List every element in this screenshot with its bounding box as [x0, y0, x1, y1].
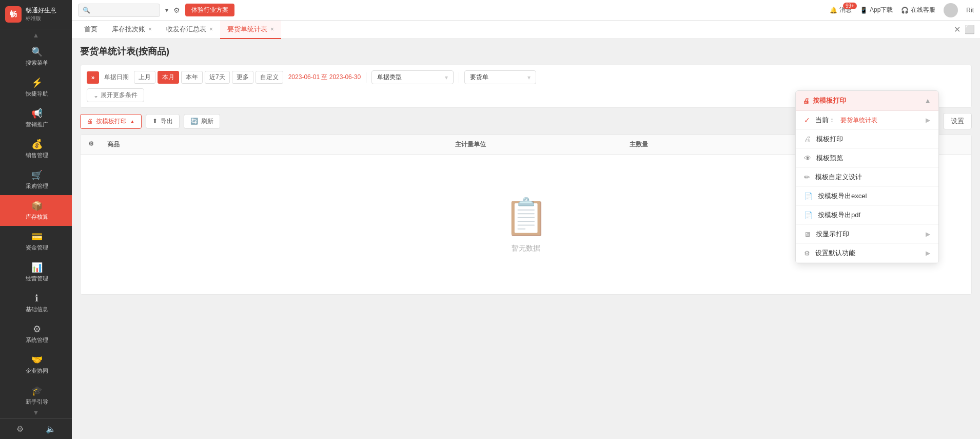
tab-order-stats[interactable]: 要货单统计表 ×: [220, 21, 281, 39]
goods-chevron: ▾: [527, 74, 531, 81]
template-print-item[interactable]: 🖨 模板打印: [796, 130, 938, 149]
quicknav-icon: ⚡: [31, 77, 43, 88]
maximize-window-icon[interactable]: ⬜: [965, 25, 975, 34]
sidebar-nav: 🔍 搜索菜单 ⚡ 快捷导航 📢 营销推广 💰 销售管理 🛒 采购管理 📦 库存核…: [0, 41, 72, 407]
col-settings[interactable]: ⚙: [81, 135, 101, 154]
sidebar-item-finance[interactable]: 💳 资金管理: [0, 226, 72, 257]
sidebar-item-purchase[interactable]: 🛒 采购管理: [0, 164, 72, 195]
messages-button[interactable]: 🔔 消息 99+: [830, 6, 852, 14]
finance-icon: 💳: [31, 231, 43, 242]
tab-close-order-stats[interactable]: ×: [270, 26, 274, 33]
col-unit: 主计量单位: [449, 135, 623, 154]
set-default-item[interactable]: ⚙ 设置默认功能 ▶: [796, 244, 938, 263]
export-button[interactable]: ⬆ 导出: [146, 114, 180, 129]
current-template-value: 要货单统计表: [840, 116, 877, 125]
template-custom-icon: ✏: [804, 173, 810, 181]
sidebar-item-system[interactable]: ⚙ 系统管理: [0, 318, 72, 349]
sidebar-item-enterprise[interactable]: 🤝 企业协同: [0, 349, 72, 380]
volume-icon[interactable]: 🔈: [46, 424, 56, 434]
sidebar-item-search[interactable]: 🔍 搜索菜单: [0, 41, 72, 72]
headset-icon: 🎧: [901, 7, 909, 14]
display-print-icon: 🖥: [804, 231, 811, 238]
sidebar-item-operations[interactable]: 📊 经营管理: [0, 257, 72, 288]
scroll-up-arrow[interactable]: ▲: [0, 29, 72, 41]
tab-close-receipt-summary[interactable]: ×: [209, 26, 213, 33]
sidebar-item-basic-info[interactable]: ℹ 基础信息: [0, 288, 72, 318]
app-download-button[interactable]: 📱 App下载: [860, 6, 893, 14]
set-default-icon: ⚙: [804, 250, 810, 257]
export-icon: ⬆: [152, 118, 158, 125]
tab-home[interactable]: 首页: [77, 21, 105, 39]
date-buttons: 上月 本月 本年 近7天 更多 自定义: [134, 71, 283, 84]
template-preview-icon: 👁: [804, 154, 811, 162]
template-excel-item[interactable]: 📄 按模板导出excel: [796, 187, 938, 206]
operations-icon: 📊: [31, 262, 43, 273]
online-service-button[interactable]: 🎧 在线客服: [901, 6, 935, 14]
refresh-button[interactable]: 🔄 刷新: [184, 114, 220, 129]
username-label[interactable]: Rit: [966, 7, 974, 14]
order-type-label: 单据类型: [377, 73, 402, 82]
empty-text: 暂无数据: [512, 244, 540, 253]
phone-icon: 📱: [860, 7, 868, 14]
date-btn-this-year[interactable]: 本年: [181, 71, 203, 84]
search-icon: 🔍: [31, 46, 43, 58]
sidebar-item-sales[interactable]: 💰 销售管理: [0, 133, 72, 164]
print-current-item[interactable]: ✓ 当前： 要货单统计表 ▶: [796, 111, 938, 130]
sidebar-item-inventory[interactable]: 📦 库存核算: [0, 195, 72, 226]
refresh-icon: 🔄: [190, 118, 198, 125]
sidebar-item-newbie[interactable]: 🎓 新手引导: [0, 380, 72, 407]
goods-select[interactable]: 要货单 ▾: [464, 70, 536, 84]
template-preview-item[interactable]: 👁 模板预览: [796, 149, 938, 168]
printer-icon: 🖨: [87, 118, 93, 125]
scroll-down-arrow[interactable]: ▼: [0, 407, 72, 418]
date-label: 单据日期: [104, 73, 129, 82]
topbar-search-box[interactable]: 🔍: [78, 4, 160, 17]
topbar-search-input[interactable]: [92, 7, 155, 14]
topbar: 🔍 ▾ ⚙ 体验行业方案 🔔 消息 99+ 📱 App下载 🎧 在线客服 Rit: [72, 0, 980, 21]
purchase-icon: 🛒: [31, 169, 43, 181]
filter-row-1: » 单据日期 上月 本月 本年 近7天 更多 自定义 2023-06-01 至 …: [87, 70, 965, 84]
settings-button[interactable]: 设置: [943, 113, 972, 129]
topbar-dropdown[interactable]: ▾: [165, 7, 168, 14]
topbar-search-icon: 🔍: [83, 7, 90, 14]
current-chevron-icon: ▶: [926, 117, 930, 124]
printer-icon-dropdown: 🖨: [803, 97, 810, 105]
template-custom-item[interactable]: ✏ 模板自定义设计: [796, 168, 938, 187]
filter-expand-icon[interactable]: »: [87, 71, 99, 84]
date-btn-this-month[interactable]: 本月: [158, 71, 179, 84]
sales-icon: 💰: [31, 139, 43, 150]
display-print-item[interactable]: 🖥 按显示打印 ▶: [796, 225, 938, 244]
inventory-icon: 📦: [31, 200, 43, 212]
sidebar-item-marketing[interactable]: 📢 营销推广: [0, 103, 72, 133]
order-type-select[interactable]: 单据类型 ▾: [371, 70, 454, 84]
display-print-chevron: ▶: [926, 231, 930, 238]
date-range-display: 2023-06-01 至 2023-06-30: [288, 73, 361, 82]
empty-illustration: 📋: [504, 196, 548, 238]
set-default-chevron: ▶: [926, 250, 930, 257]
expand-more-button[interactable]: ⌄ 展开更多条件: [87, 88, 144, 102]
sidebar-item-quick-nav[interactable]: ⚡ 快捷导航: [0, 72, 72, 103]
trial-industry-button[interactable]: 体验行业方案: [185, 4, 234, 16]
print-dropdown-close-icon[interactable]: ▲: [924, 97, 931, 105]
topbar-gear-icon[interactable]: ⚙: [173, 6, 180, 14]
date-btn-more[interactable]: 更多: [232, 71, 253, 84]
template-pdf-item[interactable]: 📄 按模板导出pdf: [796, 206, 938, 225]
sidebar-bottom: ⚙ 🔈: [0, 418, 72, 439]
order-type-chevron: ▾: [445, 74, 448, 81]
current-template-label: 当前：: [815, 116, 835, 125]
date-btn-7days[interactable]: 近7天: [205, 71, 230, 84]
user-avatar[interactable]: [944, 3, 958, 17]
date-btn-last-month[interactable]: 上月: [134, 71, 155, 84]
filter-divider: [366, 72, 366, 83]
tab-receipt-summary[interactable]: 收发存汇总表 ×: [159, 21, 220, 39]
expand-icon: ⌄: [93, 92, 99, 99]
print-template-button[interactable]: 🖨 按模板打印 ▲: [80, 114, 142, 129]
settings-bottom-icon[interactable]: ⚙: [16, 424, 24, 434]
close-window-icon[interactable]: ✕: [954, 25, 961, 34]
topbar-dropdown-chevron: ▾: [165, 7, 168, 14]
date-btn-custom[interactable]: 自定义: [256, 71, 283, 84]
tab-close-inventory-batch[interactable]: ×: [148, 26, 152, 33]
logo-text: 畅通好生意 标准版: [26, 7, 56, 22]
tab-inventory-batch[interactable]: 库存批次账 ×: [105, 21, 159, 39]
system-icon: ⚙: [33, 323, 41, 335]
